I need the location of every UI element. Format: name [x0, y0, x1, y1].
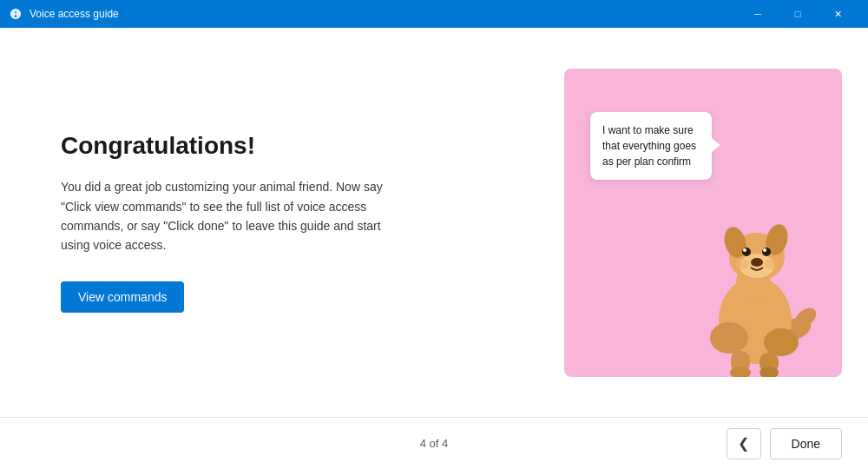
minimize-button[interactable]: ─ [738, 0, 778, 28]
maximize-button[interactable]: □ [778, 0, 818, 28]
window-title: Voice access guide [30, 8, 119, 20]
window-controls: ─ □ ✕ [738, 0, 858, 28]
svg-point-1 [15, 15, 17, 17]
dog-illustration [694, 186, 816, 377]
svg-point-16 [742, 248, 751, 256]
footer: 4 of 4 ❮ Done [0, 417, 868, 469]
speech-bubble: I want to make sure that everything goes… [590, 112, 712, 180]
title-bar: Voice access guide ─ □ ✕ [0, 0, 868, 28]
right-panel: I want to make sure that everything goes… [556, 28, 868, 417]
left-panel: Congratulations! You did a great job cus… [0, 28, 556, 417]
back-icon: ❮ [738, 435, 749, 452]
title-bar-left: Voice access guide [9, 7, 119, 21]
svg-point-22 [764, 259, 778, 269]
svg-point-20 [751, 258, 763, 267]
svg-point-21 [735, 259, 749, 269]
app-icon [9, 7, 23, 21]
svg-point-17 [762, 248, 771, 256]
page-title: Congratulations! [61, 132, 503, 160]
main-content: Congratulations! You did a great job cus… [0, 28, 868, 417]
svg-point-18 [743, 248, 746, 252]
description-text: You did a great job customizing your ani… [61, 177, 391, 255]
svg-point-5 [710, 322, 748, 353]
footer-center: 4 of 4 [298, 437, 569, 450]
back-button[interactable]: ❮ [727, 428, 761, 459]
svg-point-19 [763, 248, 766, 252]
speech-bubble-text: I want to make sure that everything goes… [602, 124, 696, 168]
done-button[interactable]: Done [770, 428, 842, 459]
view-commands-button[interactable]: View commands [61, 281, 184, 313]
close-button[interactable]: ✕ [818, 0, 858, 28]
svg-point-6 [764, 328, 799, 356]
illustration-box: I want to make sure that everything goes… [564, 69, 842, 377]
footer-right: ❮ Done [570, 428, 842, 459]
page-indicator: 4 of 4 [420, 437, 449, 450]
